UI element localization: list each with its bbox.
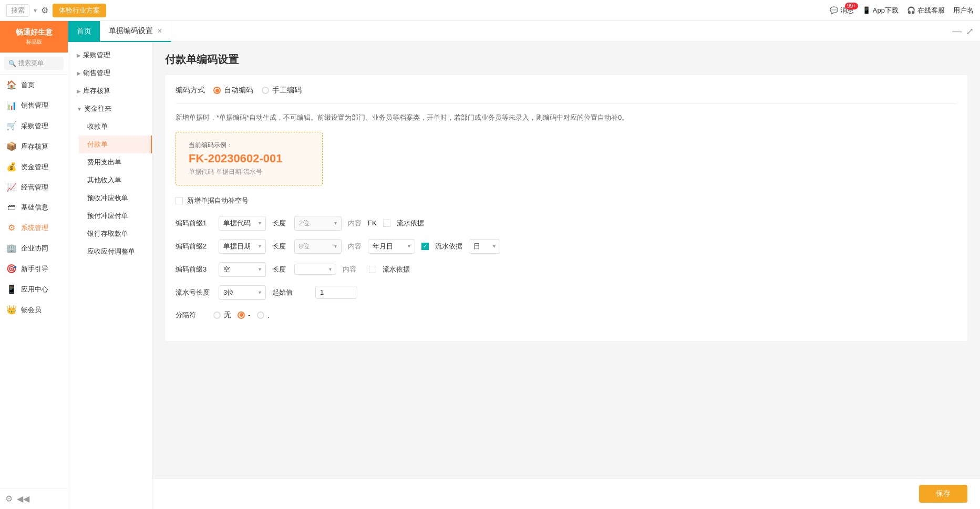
- collapse-icon[interactable]: ◀◀: [17, 494, 29, 504]
- sidebar-item-member[interactable]: 👑 畅会员: [0, 299, 68, 320]
- tab-home[interactable]: 首页: [68, 21, 100, 42]
- serial-length-select[interactable]: 3位 ▾: [219, 285, 266, 300]
- sidebar-footer: ⚙ ◀◀: [0, 488, 68, 509]
- sidebar-item-inventory[interactable]: 📦 库存核算: [0, 136, 68, 157]
- sidebar-item-system[interactable]: ⚙ 系统管理: [0, 217, 68, 238]
- sec-menu-prepay-receivable[interactable]: 预收冲应收单: [79, 189, 152, 207]
- sep-dot-option[interactable]: .: [257, 311, 270, 319]
- content-label-1: 内容: [348, 219, 362, 228]
- gear-icon[interactable]: ⚙: [41, 5, 48, 15]
- save-button[interactable]: 保存: [919, 485, 967, 503]
- sec-menu-inventory-label: 库存核算: [83, 86, 110, 96]
- dropdown-arrow-icon[interactable]: ▾: [34, 7, 37, 14]
- trial-button[interactable]: 体验行业方案: [53, 4, 106, 17]
- tab-encoding-label: 单据编码设置: [109, 26, 153, 36]
- message-badge: 99+: [845, 3, 858, 9]
- sec-menu-receivable-adjust[interactable]: 应收应付调整单: [79, 243, 152, 261]
- sidebar-item-finance[interactable]: 💰 资金管理: [0, 157, 68, 177]
- sec-menu-bank-deposit[interactable]: 银行存取款单: [79, 225, 152, 243]
- tab-bar: 首页 单据编码设置 ✕ — ⤢: [68, 21, 980, 42]
- top-bar-right: 💬 消息 99+ 📱 App下载 🎧 在线客服 用户名: [830, 6, 974, 15]
- sep-dot-label: .: [267, 311, 270, 319]
- length-select-1[interactable]: 2位 ▾: [294, 216, 342, 231]
- content-select-2[interactable]: 年月日 ▾: [368, 239, 415, 254]
- tab-encoding[interactable]: 单据编码设置 ✕: [100, 21, 171, 42]
- sidebar-item-operations[interactable]: 📈 经营管理: [0, 177, 68, 198]
- sec-menu-prepay-payable[interactable]: 预付冲应付单: [79, 207, 152, 225]
- app-download-button[interactable]: 📱 App下载: [862, 6, 899, 15]
- sidebar-item-sales[interactable]: 📊 销售管理: [0, 95, 68, 116]
- sec-menu-receivable-adjust-label: 应收应付调整单: [87, 247, 135, 256]
- length-label-3: 长度: [272, 265, 288, 274]
- sec-menu-receipt[interactable]: 收款单: [79, 118, 152, 136]
- tab-minimize-icon[interactable]: —: [952, 26, 962, 37]
- online-service-button[interactable]: 🎧 在线客服: [907, 6, 945, 15]
- auto-fill-checkbox[interactable]: [176, 197, 183, 204]
- sec-menu-payment[interactable]: 付款单: [79, 136, 152, 153]
- sec-menu-purchase[interactable]: ▶ 采购管理: [68, 46, 152, 64]
- sec-menu-inventory[interactable]: ▶ 库存核算: [68, 82, 152, 100]
- field-label-1: 编码前缀1: [176, 219, 212, 228]
- tab-bar-actions: — ⤢: [952, 26, 980, 37]
- chevron-down-icon: ▾: [259, 289, 261, 295]
- hint-text: 新增单据时，*单据编码*自动生成，不可编辑。前缀设置为部门、业务员等档案类，开单…: [176, 112, 957, 123]
- sec-menu-sales-label: 销售管理: [83, 68, 110, 78]
- content-label-2: 内容: [348, 242, 362, 251]
- sidebar-search[interactable]: 🔍 搜索菜单: [0, 53, 68, 75]
- sec-menu-sales[interactable]: ▶ 销售管理: [68, 64, 152, 82]
- serial-row: 流水号长度 3位 ▾ 起始值: [176, 285, 957, 300]
- sep-dash-option[interactable]: -: [238, 311, 251, 319]
- sec-menu-other-income[interactable]: 其他收入单: [79, 171, 152, 189]
- radio-manual-encode[interactable]: 手工编码: [262, 86, 302, 95]
- home-icon: 🏠: [6, 80, 17, 90]
- service-label: 在线客服: [917, 6, 945, 15]
- radio-auto-circle: [213, 87, 221, 94]
- field-select-1[interactable]: 单据代码 ▾: [219, 216, 266, 231]
- search-bar[interactable]: 搜索: [6, 4, 29, 17]
- serial-checkbox-2[interactable]: ✓: [421, 243, 429, 250]
- purchase-icon: 🛒: [6, 121, 17, 131]
- start-value-input[interactable]: [315, 286, 357, 299]
- sales-icon: 📊: [6, 100, 17, 110]
- length-select-2[interactable]: 8位 ▾: [294, 239, 342, 254]
- encoding-method-row: 编码方式 自动编码 手工编码: [176, 86, 957, 104]
- tab-maximize-icon[interactable]: ⤢: [966, 26, 974, 37]
- search-icon: 🔍: [8, 60, 16, 67]
- length-value-2: 8位: [299, 242, 310, 251]
- sidebar-label-purchase: 采购管理: [21, 121, 48, 131]
- sidebar-label-home: 首页: [21, 80, 35, 90]
- field-select-3[interactable]: 空 ▾: [219, 262, 266, 277]
- sidebar-item-basic[interactable]: 🗃 基础信息: [0, 198, 68, 217]
- sidebar-item-home[interactable]: 🏠 首页: [0, 75, 68, 95]
- sidebar-nav: 🏠 首页 📊 销售管理 🛒 采购管理 📦 库存核算 💰 资金管理 📈 经: [0, 75, 68, 488]
- appcenter-icon: 📱: [6, 284, 17, 294]
- preview-code: FK-20230602-001: [189, 152, 310, 165]
- main-layout: 畅通好生意 标品版 🔍 搜索菜单 🏠 首页 📊 销售管理 🛒 采购管理: [0, 21, 980, 509]
- sidebar-item-purchase[interactable]: 🛒 采购管理: [0, 116, 68, 136]
- settings-icon[interactable]: ⚙: [5, 494, 13, 504]
- sidebar-item-newguide[interactable]: 🎯 新手引导: [0, 258, 68, 279]
- length-select-3[interactable]: ▾: [294, 264, 336, 275]
- preview-box: 当前编码示例： FK-20230602-001 单据代码-单据日期-流水号: [176, 132, 323, 185]
- serial-checkbox-3[interactable]: [369, 266, 376, 273]
- radio-group: 自动编码 手工编码: [213, 86, 302, 95]
- finance-icon: 💰: [6, 162, 17, 172]
- field-select-2[interactable]: 单据日期 ▾: [219, 239, 266, 254]
- sidebar-item-enterprise[interactable]: 🏢 企业协同: [0, 238, 68, 258]
- serial-unit-select-2[interactable]: 日 ▾: [469, 239, 500, 254]
- tab-close-icon[interactable]: ✕: [157, 27, 162, 35]
- sec-menu-finance[interactable]: ▼ 资金往来: [68, 100, 152, 118]
- message-button[interactable]: 💬 消息 99+: [830, 6, 854, 15]
- user-info[interactable]: 用户名: [953, 6, 974, 15]
- sec-menu-prepay-receivable-label: 预收冲应收单: [87, 193, 128, 203]
- logo-sub: 标品版: [26, 38, 42, 46]
- sidebar-item-appcenter[interactable]: 📱 应用中心: [0, 279, 68, 299]
- basic-icon: 🗃: [6, 203, 17, 212]
- serial-checkbox-1[interactable]: [383, 220, 390, 227]
- start-value-label: 起始值: [272, 288, 309, 297]
- sep-none-option[interactable]: 无: [213, 310, 231, 320]
- radio-auto-encode[interactable]: 自动编码: [213, 86, 253, 95]
- sec-menu-expense[interactable]: 费用支出单: [79, 153, 152, 171]
- serial-label-3: 流水依据: [383, 265, 410, 274]
- top-bar: 搜索 ▾ ⚙ 体验行业方案 💬 消息 99+ 📱 App下载 🎧 在线客服 用户…: [0, 0, 980, 21]
